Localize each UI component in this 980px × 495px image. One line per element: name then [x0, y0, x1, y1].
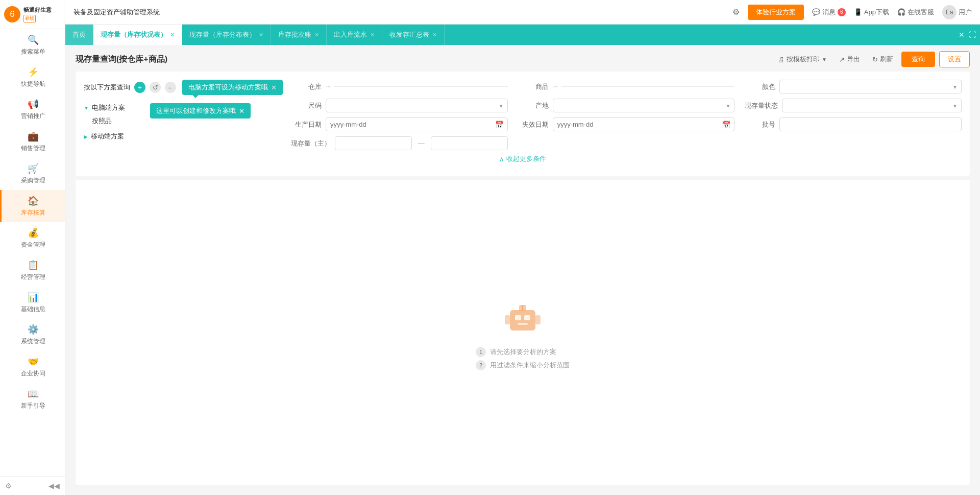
- tooltip2-close[interactable]: ✕: [239, 107, 244, 115]
- tab-stock-batch[interactable]: 库存批次账 ✕: [271, 25, 327, 45]
- app-name: 畅通好生意: [23, 6, 52, 13]
- collapse-label: 收起更多条件: [506, 154, 546, 163]
- tab-summary[interactable]: 收发存汇总表 ✕: [382, 25, 445, 45]
- mobile-plan-item[interactable]: ▶ 移动端方案: [84, 130, 283, 143]
- stock-main-from[interactable]: [335, 136, 412, 150]
- print-btn[interactable]: 🖨 按模板打印 ▼: [774, 53, 831, 66]
- color-field: 颜色 ▼: [745, 80, 962, 93]
- calendar-icon-exp: 📅: [722, 121, 730, 129]
- production-date-input[interactable]: [326, 117, 508, 131]
- color-select[interactable]: [779, 80, 962, 93]
- basic-info-icon: 📊: [28, 292, 39, 303]
- finance-icon: 💰: [28, 227, 39, 239]
- content-area: 现存量查询(按仓库+商品) 🖨 按模板打印 ▼ ↗ 导出 ↻ 刷新 查询 设置: [65, 45, 980, 495]
- sales-icon: 💼: [28, 131, 39, 142]
- empty-state: 1 请先选择要分析的方案 2 用过滤条件来缩小分析范围: [76, 180, 970, 485]
- stock-main-label: 现存量（主）: [291, 139, 331, 148]
- back-btn[interactable]: ←: [165, 82, 176, 93]
- tab-summary-close[interactable]: ✕: [432, 32, 437, 38]
- collapse-arrow-icon: ∧: [499, 155, 504, 163]
- tab-stock-distribution-close[interactable]: ✕: [259, 32, 263, 38]
- sidebar-item-system[interactable]: ⚙️ 系统管理: [0, 319, 65, 351]
- svg-rect-0: [510, 310, 535, 331]
- tooltip2-text: 这里可以创建和修改方案哦: [156, 106, 236, 115]
- warehouse-dots[interactable]: ···: [326, 81, 330, 92]
- page-header: 现存量查询(按仓库+商品) 🖨 按模板打印 ▼ ↗ 导出 ↻ 刷新 查询 设置: [65, 45, 980, 72]
- tabs-maximize[interactable]: ⛶: [969, 31, 976, 39]
- sidebar-navigation: 🔍 搜索菜单 ⚡ 快捷导航 📢 营销推广 💼 销售管理 🛒 采购管理 🏠 库存核…: [0, 29, 65, 476]
- tab-inout-flow-close[interactable]: ✕: [370, 32, 375, 38]
- tab-stock-batch-close[interactable]: ✕: [314, 32, 319, 38]
- svg-rect-1: [515, 315, 521, 320]
- sidebar-item-guide-label: 新手引导: [21, 402, 45, 410]
- svg-rect-2: [524, 315, 530, 320]
- refresh-icon: ↻: [872, 56, 878, 63]
- tooltip1-close[interactable]: ✕: [271, 84, 277, 91]
- topbar-right-actions: 💬 消息 6 📱 App下载 🎧 在线客服 Ea 用户: [812, 5, 972, 19]
- sidebar-item-finance[interactable]: 💰 资金管理: [0, 222, 65, 254]
- tabs-actions: ✕ ⛶: [954, 25, 980, 45]
- goods-dots[interactable]: ···: [553, 81, 557, 92]
- batch-label: 批号: [745, 120, 775, 129]
- tab-stock-status-close[interactable]: ✕: [170, 32, 175, 38]
- export-icon: ↗: [839, 56, 845, 63]
- tab-stock-distribution[interactable]: 现存量（库存分布表） ✕: [182, 25, 271, 45]
- settings-btn[interactable]: ⚙: [5, 482, 12, 490]
- tab-stock-status[interactable]: 现存量（库存状况表） ✕: [93, 25, 182, 45]
- query-btn[interactable]: 查询: [901, 52, 935, 67]
- trial-btn[interactable]: 体验行业方案: [748, 5, 804, 20]
- collapse-more-btn[interactable]: ∧ 收起更多条件: [84, 150, 962, 168]
- batch-input[interactable]: [779, 117, 962, 131]
- main-area: 装备及固定资产辅助管理系统 ⚙ 体验行业方案 💬 消息 6 📱 App下载 🎧 …: [65, 0, 980, 495]
- export-btn[interactable]: ↗ 导出: [835, 53, 864, 66]
- online-support-btn[interactable]: 🎧 在线客服: [897, 8, 934, 17]
- filter-fields: 仓库 ··· 商品 ··· 颜色: [291, 80, 962, 150]
- tab-inout-flow[interactable]: 出入库流水 ✕: [327, 25, 382, 45]
- headset-icon: 🎧: [897, 8, 905, 16]
- user-area[interactable]: Ea 用户: [942, 5, 972, 19]
- sidebar-item-enterprise[interactable]: 🤝 企业协同: [0, 351, 65, 383]
- system-icon: ⚙️: [28, 324, 39, 335]
- sidebar-item-sales[interactable]: 💼 销售管理: [0, 126, 65, 158]
- stock-status-select[interactable]: [782, 99, 962, 112]
- tab-stock-distribution-label: 现存量（库存分布表）: [189, 30, 256, 39]
- sidebar-item-quick-nav[interactable]: ⚡ 快捷导航: [0, 61, 65, 93]
- sidebar-item-inventory[interactable]: 🏠 库存核算: [0, 190, 65, 222]
- refresh-plan-btn[interactable]: ↺: [150, 82, 161, 93]
- refresh-btn[interactable]: ↻ 刷新: [868, 53, 897, 66]
- expiry-date-input[interactable]: [553, 117, 735, 131]
- user-label: 用户: [959, 8, 972, 17]
- page-title: 现存量查询(按仓库+商品): [76, 54, 167, 65]
- stock-status-label: 现存量状态: [745, 101, 778, 110]
- add-plan-btn[interactable]: +: [134, 82, 145, 93]
- tooltip-desktop-plan: 电脑方案可设为移动方案哦 ✕: [182, 80, 283, 95]
- sidebar-item-basic-info[interactable]: 📊 基础信息: [0, 287, 65, 319]
- sidebar-item-guide[interactable]: 📖 新手引导: [0, 383, 65, 415]
- set-btn[interactable]: 设置: [939, 51, 970, 67]
- messages-btn[interactable]: 💬 消息 6: [812, 8, 846, 17]
- sidebar-item-operations[interactable]: 📋 经营管理: [0, 254, 65, 287]
- sidebar-item-search-label: 搜索菜单: [21, 48, 45, 56]
- origin-select[interactable]: [553, 99, 735, 112]
- inventory-icon: 🏠: [28, 195, 39, 206]
- sidebar-item-purchase-label: 采购管理: [21, 176, 45, 185]
- topbar-settings-icon[interactable]: ⚙: [732, 7, 740, 17]
- stock-main-to[interactable]: [431, 136, 508, 150]
- sidebar-item-search[interactable]: 🔍 搜索菜单: [0, 29, 65, 61]
- tab-stock-batch-label: 库存批次账: [278, 30, 311, 39]
- size-select[interactable]: [326, 99, 508, 112]
- sidebar-item-marketing[interactable]: 📢 营销推广: [0, 93, 65, 126]
- tabs-close-all[interactable]: ✕: [959, 31, 965, 39]
- collapse-sidebar-btn[interactable]: ◀◀: [48, 482, 60, 490]
- step-1-num: 1: [476, 347, 486, 357]
- plan-child-label: 按照品: [92, 116, 112, 126]
- production-date-label: 生产日期: [291, 120, 322, 129]
- sidebar-item-purchase[interactable]: 🛒 采购管理: [0, 158, 65, 190]
- tab-home[interactable]: 首页: [65, 25, 93, 45]
- goods-field: 商品 ···: [518, 80, 735, 93]
- color-label: 颜色: [745, 82, 775, 91]
- stock-separator: —: [416, 139, 427, 147]
- app-download-btn[interactable]: 📱 App下载: [854, 8, 889, 17]
- print-label: 按模板打印: [787, 55, 820, 64]
- stock-status-field: 现存量状态 ▼: [745, 99, 962, 112]
